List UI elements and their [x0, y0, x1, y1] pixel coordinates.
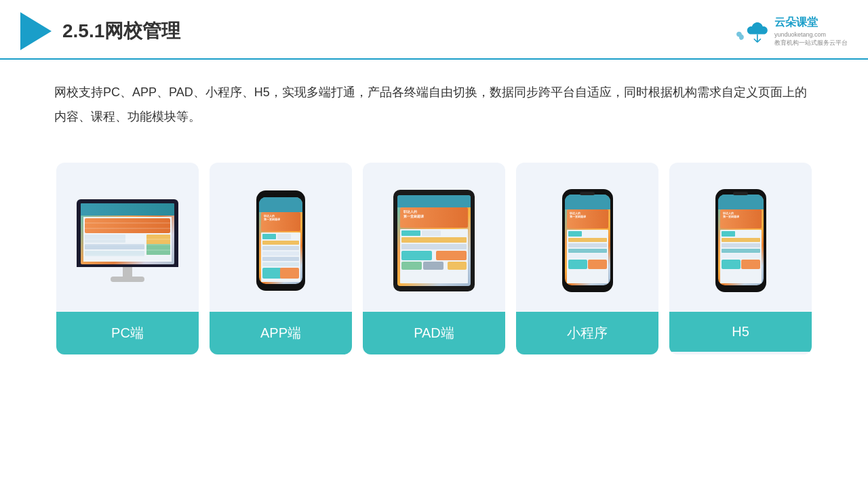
- header-right: 云朵课堂 yunduoketang.com 教育机构一站式服务云平台: [736, 15, 848, 47]
- card-app: 职达人的第一堂刷题课 APP端: [210, 163, 352, 354]
- card-pad-label: PAD端: [363, 312, 505, 354]
- h5-phone-icon: 职达人的第一堂刷题课: [715, 189, 766, 292]
- card-pc-image: [56, 163, 199, 312]
- card-pad-image: 职达人的第一堂刷题课: [363, 163, 505, 312]
- card-h5-label: H5: [669, 312, 812, 352]
- phone-notch: [274, 194, 288, 197]
- header-left: 2.5.1网校管理: [20, 12, 180, 50]
- cloud-icon: [736, 18, 770, 44]
- description-text: 网校支持PC、APP、PAD、小程序、H5，实现多端打通，产品各终端自由切换，数…: [0, 60, 868, 136]
- h5-screen: 职达人的第一堂刷题课: [718, 195, 764, 285]
- card-h5-image: 职达人的第一堂刷题课: [669, 163, 812, 312]
- card-pc: PC端: [56, 163, 199, 354]
- card-app-label: APP端: [210, 312, 352, 354]
- card-h5: 职达人的第一堂刷题课 H5: [669, 163, 812, 354]
- h5-notch: [733, 192, 748, 195]
- logo-text: 云朵课堂 yunduoketang.com 教育机构一站式服务云平台: [774, 15, 848, 47]
- cards-section: PC端 职达人的第一堂刷题课: [0, 142, 868, 375]
- card-app-image: 职达人的第一堂刷题课: [210, 163, 352, 312]
- pad-tablet-icon: 职达人的第一堂刷题课: [393, 190, 475, 291]
- app-phone-icon: 职达人的第一堂刷题课: [256, 190, 305, 291]
- card-miniapp-label: 小程序: [516, 312, 658, 354]
- mini-phone-notch: [580, 192, 595, 195]
- card-miniapp-image: 职达人的第一堂刷题课: [516, 163, 658, 312]
- brand-triangle-icon: [20, 12, 52, 50]
- logo-main: 云朵课堂: [774, 15, 848, 30]
- mini-phone-screen: 职达人的第一堂刷题课: [565, 195, 610, 285]
- logo-tagline: 教育机构一站式服务云平台: [774, 39, 848, 47]
- page-title: 2.5.1网校管理: [62, 18, 180, 44]
- logo-url: yunduoketang.com: [774, 30, 848, 39]
- cloud-logo: 云朵课堂 yunduoketang.com 教育机构一站式服务云平台: [736, 15, 848, 47]
- miniapp-phone-icon: 职达人的第一堂刷题课: [562, 189, 613, 292]
- tablet-screen: 职达人的第一堂刷题课: [397, 195, 471, 286]
- header: 2.5.1网校管理 云朵课堂 yunduoketang.com 教育机构一站式服…: [0, 0, 868, 60]
- card-miniapp: 职达人的第一堂刷题课 小程序: [516, 163, 658, 354]
- description-paragraph: 网校支持PC、APP、PAD、小程序、H5，实现多端打通，产品各终端自由切换，数…: [54, 80, 814, 129]
- pc-monitor-icon: [77, 199, 178, 282]
- card-pad: 职达人的第一堂刷题课 PAD端: [363, 163, 505, 354]
- card-pc-label: PC端: [56, 312, 199, 354]
- phone-screen: 职达人的第一堂刷题课: [259, 197, 302, 284]
